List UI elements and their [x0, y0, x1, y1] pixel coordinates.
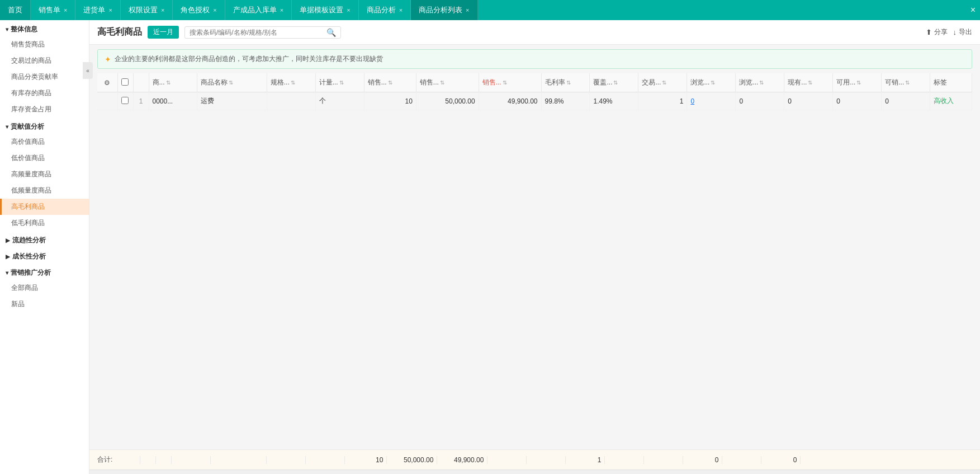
search-box: 🔍	[184, 26, 341, 39]
cell-saleable: 0	[882, 92, 930, 110]
table-container[interactable]: ⚙ 商... ⇅ 商品名称	[89, 73, 980, 449]
nav-purchase-order[interactable]: 进货单 ×	[75, 0, 120, 20]
sidebar-item-traded-goods[interactable]: 交易过的商品	[0, 53, 89, 69]
footer-empty-7	[306, 456, 345, 464]
page-title: 高毛利商品	[97, 26, 142, 38]
sidebar-item-all-goods[interactable]: 全部商品	[0, 280, 89, 296]
close-product-analysis[interactable]: ×	[399, 7, 403, 13]
time-filter-button[interactable]: 近一月	[148, 26, 179, 39]
horizontal-scrollbar[interactable]	[89, 470, 980, 474]
coverage-header[interactable]: 覆盖... ⇅	[590, 73, 638, 92]
transactions-header[interactable]: 交易... ⇅	[638, 73, 687, 92]
sales-cost-header[interactable]: 销售... ⇅	[479, 73, 541, 92]
arrow-marketing: ▾	[6, 270, 8, 276]
spec-header[interactable]: 规格... ⇅	[267, 73, 315, 92]
sidebar-item-high-value-goods[interactable]: 高价值商品	[0, 134, 89, 150]
browse1-header[interactable]: 浏览... ⇅	[687, 73, 736, 92]
sidebar: ▾ 整体信息 销售货商品 交易过的商品 商品分类贡献率 有库存的商品 库存资金占…	[0, 20, 89, 474]
close-product-entry[interactable]: ×	[280, 7, 283, 13]
sidebar-group-trend-analysis[interactable]: ▶ 流趋性分析	[0, 231, 89, 247]
rownum-column	[133, 73, 149, 92]
sidebar-item-low-value-goods[interactable]: 低价值商品	[0, 150, 89, 166]
nav-product-entry[interactable]: 产成品入库单 ×	[225, 0, 292, 20]
sidebar-group-growth-analysis[interactable]: ▶ 成长性分析	[0, 247, 89, 264]
cell-unit: 个	[315, 92, 364, 110]
table-row[interactable]: 1 0000... 运费 个 10 50,000.00 49,900.00 99…	[97, 92, 972, 110]
header-actions: ⬆ 分享 ↓ 导出	[926, 27, 973, 37]
close-purchase-order[interactable]: ×	[108, 7, 112, 13]
cell-browse1[interactable]: 0	[687, 92, 736, 110]
sidebar-group-financial-analysis[interactable]: ▾ 贡献值分析	[0, 118, 89, 134]
nav-role-permissions[interactable]: 角色授权 ×	[173, 0, 225, 20]
cell-sales-amount: 50,000.00	[416, 92, 479, 110]
footer-cells: 10 50,000.00 49,900.00 1 0 0	[124, 456, 972, 464]
select-all-checkbox[interactable]	[121, 78, 129, 86]
footer-empty-3	[156, 456, 172, 464]
sidebar-item-low-freq-goods[interactable]: 低频量度商品	[0, 182, 89, 199]
sidebar-item-new-goods[interactable]: 新品	[0, 296, 89, 312]
close-product-analysis-list[interactable]: ×	[466, 7, 469, 13]
info-banner: ✦ 企业的主要的利润都是这部分商品创造的，可考虑加大推广，同时关注库存是不要出现…	[97, 49, 972, 69]
sidebar-item-high-freq-goods[interactable]: 高频量度商品	[0, 166, 89, 182]
nav-permission-settings[interactable]: 权限设置 ×	[121, 0, 173, 20]
close-template-settings[interactable]: ×	[347, 7, 350, 13]
arrow-financial: ▾	[6, 124, 8, 130]
goods-name-header[interactable]: 商品名称 ⇅	[197, 73, 267, 92]
cell-available1: 0	[784, 92, 833, 110]
row-gear	[97, 92, 117, 110]
share-button[interactable]: ⬆ 分享	[926, 27, 948, 37]
unit-header[interactable]: 计量... ⇅	[315, 73, 364, 92]
available2-header[interactable]: 可用... ⇅	[833, 73, 882, 92]
footer-empty-5	[211, 456, 267, 464]
sidebar-item-sales-goods[interactable]: 销售货商品	[0, 36, 89, 53]
footer-empty-coverage	[527, 456, 566, 464]
close-all-tabs[interactable]: ×	[970, 5, 976, 15]
close-permission-settings[interactable]: ×	[161, 7, 164, 13]
arrow-overview: ▾	[6, 26, 8, 32]
sales-qty-header[interactable]: 销售... ⇅	[364, 73, 416, 92]
saleable-header[interactable]: 可销... ⇅	[882, 73, 930, 92]
nav-template-settings[interactable]: 单据模板设置 ×	[292, 0, 358, 20]
goods-code-header[interactable]: 商... ⇅	[149, 73, 197, 92]
margin-rate-header[interactable]: 毛利率 ⇅	[541, 73, 590, 92]
content-area: 高毛利商品 近一月 🔍 ⬆ 分享 ↓ 导出 ✦ 企业的主要的利润都是这部分商品创…	[89, 20, 980, 474]
sidebar-item-stock-funds[interactable]: 库存资金占用	[0, 101, 89, 118]
nav-product-analysis[interactable]: 商品分析 ×	[359, 0, 411, 20]
footer-sales-qty: 10	[345, 456, 387, 464]
export-icon: ↓	[953, 28, 957, 36]
sidebar-group-marketing-analysis[interactable]: ▾ 营销推广分析	[0, 264, 89, 280]
sort-icon-unit: ⇅	[339, 79, 344, 86]
tag-header: 标签	[930, 73, 972, 92]
browse2-header[interactable]: 浏览... ⇅	[736, 73, 784, 92]
sort-icon-sales-cost: ⇅	[503, 79, 507, 86]
nav-product-analysis-list[interactable]: 商品分析列表 ×	[411, 0, 477, 20]
footer-empty-browse1	[605, 456, 644, 464]
cell-sales-qty: 10	[364, 92, 416, 110]
sidebar-item-low-margin-goods[interactable]: 低毛利商品	[0, 215, 89, 231]
export-button[interactable]: ↓ 导出	[953, 27, 973, 37]
available1-header[interactable]: 现有... ⇅	[784, 73, 833, 92]
sort-icon-available1: ⇅	[808, 79, 812, 86]
close-role-permissions[interactable]: ×	[213, 7, 216, 13]
gear-column[interactable]: ⚙	[97, 73, 117, 92]
row-checkbox[interactable]	[117, 92, 133, 110]
search-icon[interactable]: 🔍	[326, 28, 336, 37]
sort-icon-saleable: ⇅	[905, 79, 910, 86]
sales-amount-header[interactable]: 销售... ⇅	[416, 73, 479, 92]
cell-available2: 0	[833, 92, 882, 110]
footer-transactions: 1	[566, 456, 605, 464]
sidebar-collapse-button[interactable]: «	[83, 62, 93, 79]
sidebar-item-high-margin-goods[interactable]: 高毛利商品	[0, 199, 89, 215]
sidebar-item-contribution-rate[interactable]: 商品分类贡献率	[0, 69, 89, 85]
goods-table: ⚙ 商... ⇅ 商品名称	[97, 73, 972, 110]
check-column[interactable]	[117, 73, 133, 92]
footer-empty-1	[124, 456, 140, 464]
sidebar-group-overview[interactable]: ▾ 整体信息	[0, 20, 89, 36]
nav-home[interactable]: 首页	[0, 0, 31, 20]
search-input[interactable]	[190, 29, 326, 36]
footer-sales-amount: 50,000.00	[387, 456, 437, 464]
nav-sales-order[interactable]: 销售单 ×	[31, 0, 75, 20]
close-sales-order[interactable]: ×	[64, 7, 67, 13]
sidebar-item-in-stock-goods[interactable]: 有库存的商品	[0, 85, 89, 101]
cell-tag: 高收入	[930, 92, 972, 110]
